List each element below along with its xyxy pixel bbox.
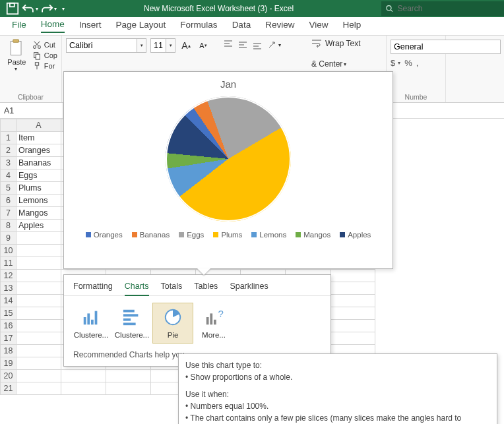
cell-H12[interactable] xyxy=(331,270,375,282)
qa-tab-charts[interactable]: Charts xyxy=(125,282,149,296)
align-bottom-icon[interactable] xyxy=(251,38,264,51)
row-header-20[interactable]: 20 xyxy=(1,370,16,382)
cell-A21[interactable] xyxy=(16,382,61,395)
row-header-13[interactable]: 13 xyxy=(1,282,16,295)
cell-A9[interactable] xyxy=(16,232,61,245)
cell-C21[interactable] xyxy=(106,382,151,395)
cell-A4[interactable]: Eggs xyxy=(16,169,61,182)
cell-A13[interactable] xyxy=(16,282,61,295)
redo-dropdown[interactable]: ▾ xyxy=(54,6,57,12)
tab-view[interactable]: View xyxy=(309,20,328,32)
name-box[interactable]: A1 xyxy=(0,103,63,118)
row-header-19[interactable]: 19 xyxy=(1,357,16,370)
tab-file[interactable]: File xyxy=(12,20,26,32)
row-header-10[interactable]: 10 xyxy=(1,245,16,257)
qat-customize[interactable]: ▾ xyxy=(62,6,65,12)
qa-option-pie[interactable]: Pie xyxy=(152,303,193,344)
svg-rect-3 xyxy=(11,42,22,55)
percent-icon[interactable]: % xyxy=(404,58,412,68)
search-box[interactable] xyxy=(381,1,504,16)
row-header-3[interactable]: 3 xyxy=(1,157,16,169)
font-size-combo[interactable]: ▾ xyxy=(150,38,175,53)
col-header-A[interactable]: A xyxy=(16,119,61,132)
cell-H13[interactable] xyxy=(331,282,375,295)
cell-H14[interactable] xyxy=(331,295,375,307)
cell-A5[interactable]: Plums xyxy=(16,182,61,195)
align-top-icon[interactable] xyxy=(222,38,235,51)
row-header-15[interactable]: 15 xyxy=(1,307,16,320)
tab-review[interactable]: Review xyxy=(265,20,294,32)
font-name-combo[interactable]: ▾ xyxy=(66,38,146,53)
merge-center-button[interactable]: & Center xyxy=(311,59,342,69)
cut-button[interactable]: Cut xyxy=(32,40,57,49)
row-header-2[interactable]: 2 xyxy=(1,144,16,157)
cell-A11[interactable] xyxy=(16,257,61,270)
cell-A10[interactable] xyxy=(16,245,61,257)
row-header-21[interactable]: 21 xyxy=(1,382,16,395)
cell-A17[interactable] xyxy=(16,332,61,345)
copy-icon xyxy=(32,51,42,60)
cell-A12[interactable] xyxy=(16,270,61,282)
row-header-8[interactable]: 8 xyxy=(1,220,16,232)
cell-A20[interactable] xyxy=(16,370,61,382)
cell-A1[interactable]: Item xyxy=(16,132,61,144)
cell-B20[interactable] xyxy=(61,370,106,382)
cell-A19[interactable] xyxy=(16,357,61,370)
cell-H16[interactable] xyxy=(331,320,375,332)
undo-icon[interactable] xyxy=(21,1,36,16)
cell-A6[interactable]: Lemons xyxy=(16,195,61,207)
tab-pagelayout[interactable]: Page Layout xyxy=(116,20,166,32)
undo-dropdown[interactable]: ▾ xyxy=(36,6,38,12)
tab-home[interactable]: Home xyxy=(41,19,65,33)
row-header-11[interactable]: 11 xyxy=(1,257,16,270)
cell-A7[interactable]: Mangos xyxy=(16,207,61,220)
copy-button[interactable]: Cop xyxy=(32,51,57,60)
row-header-18[interactable]: 18 xyxy=(1,345,16,357)
qa-tab-formatting[interactable]: Formatting xyxy=(73,282,113,295)
qa-tab-sparklines[interactable]: Sparklines xyxy=(230,282,268,295)
cell-A15[interactable] xyxy=(16,307,61,320)
cell-H15[interactable] xyxy=(331,307,375,320)
row-header-12[interactable]: 12 xyxy=(1,270,16,282)
align-middle-icon[interactable] xyxy=(236,38,249,51)
qa-option-clustered-column[interactable]: Clustere... xyxy=(71,303,111,344)
row-header-14[interactable]: 14 xyxy=(1,295,16,307)
wrap-text-button[interactable]: Wrap Text xyxy=(311,38,361,49)
comma-icon[interactable]: , xyxy=(416,58,419,68)
row-header-6[interactable]: 6 xyxy=(1,195,16,207)
row-header-9[interactable]: 9 xyxy=(1,232,16,245)
number-format-combo[interactable] xyxy=(391,40,441,54)
grow-font-icon[interactable]: A▴ xyxy=(179,39,193,52)
cell-A18[interactable] xyxy=(16,345,61,357)
orientation-icon[interactable] xyxy=(265,38,278,51)
row-header-4[interactable]: 4 xyxy=(1,169,16,182)
currency-icon[interactable]: $ xyxy=(391,58,395,68)
shrink-font-icon[interactable]: A▾ xyxy=(197,39,210,52)
tab-help[interactable]: Help xyxy=(342,20,361,32)
cell-A8[interactable]: Apples xyxy=(16,220,61,232)
cell-H17[interactable] xyxy=(331,332,375,345)
cell-A16[interactable] xyxy=(16,320,61,332)
cell-B21[interactable] xyxy=(61,382,106,395)
tab-insert[interactable]: Insert xyxy=(79,20,102,32)
cell-A3[interactable]: Bananas xyxy=(16,157,61,169)
qa-option-more[interactable]: ? More... xyxy=(193,303,234,344)
row-header-1[interactable]: 1 xyxy=(1,132,16,144)
row-header-7[interactable]: 7 xyxy=(1,207,16,220)
qa-tab-totals[interactable]: Totals xyxy=(161,282,183,295)
format-painter-button[interactable]: For xyxy=(32,61,57,71)
cell-A14[interactable] xyxy=(16,295,61,307)
save-icon[interactable] xyxy=(5,1,20,16)
row-header-16[interactable]: 16 xyxy=(1,320,16,332)
qa-tab-tables[interactable]: Tables xyxy=(194,282,218,295)
paste-button[interactable]: Paste ▾ xyxy=(4,38,30,72)
redo-icon[interactable] xyxy=(40,1,54,16)
cell-A2[interactable]: Oranges xyxy=(16,144,61,157)
row-header-17[interactable]: 17 xyxy=(1,332,16,345)
cell-C20[interactable] xyxy=(106,370,151,382)
tab-data[interactable]: Data xyxy=(232,20,251,32)
search-input[interactable] xyxy=(398,4,500,13)
row-header-5[interactable]: 5 xyxy=(1,182,16,195)
tab-formulas[interactable]: Formulas xyxy=(180,20,217,32)
qa-option-clustered-bar[interactable]: Clustere... xyxy=(111,303,152,344)
